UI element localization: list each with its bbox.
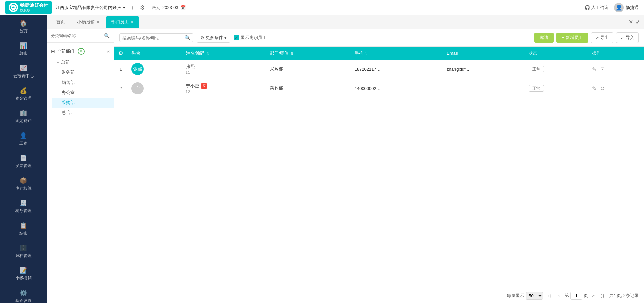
row1-email: zhangxidf... [443, 60, 525, 79]
dept-group-header-hq[interactable]: ▼ 总部 [52, 57, 114, 67]
sidebar-item-home[interactable]: 🏠 首页 [0, 15, 47, 38]
tab-dept-close-icon[interactable]: × [131, 19, 133, 25]
assets-icon: 🏢 [20, 109, 27, 117]
sidebar-item-inventory[interactable]: 📦 库存核算 [0, 173, 47, 195]
sidebar-item-archive[interactable]: 🗄️ 归档管理 [0, 240, 47, 263]
row1-logout-icon[interactable]: ⊡ [600, 66, 605, 72]
per-page-select[interactable]: 10 20 50 100 [526, 292, 543, 300]
avatar-zhangxi: 张熙 [131, 63, 144, 75]
dept-item-sales[interactable]: 销售部 [52, 78, 114, 88]
dept-search-input[interactable] [51, 33, 102, 38]
dept-item-general-hq[interactable]: 总 部 [52, 108, 114, 118]
dept-edit-icon[interactable]: ✎ [78, 48, 85, 55]
avatar-ning: 宁 [131, 82, 144, 94]
export-button[interactable]: ↗ 导出 [591, 32, 613, 43]
row2-code: 12 [186, 90, 262, 94]
dept-search-icon[interactable]: 🔍 [104, 33, 110, 38]
col-action: 操作 [588, 47, 644, 60]
filter-button[interactable]: ⚙ 更多条件 ▾ [197, 33, 230, 43]
dept-item-finance[interactable]: 财务部 [52, 67, 114, 78]
col-settings-icon[interactable]: ⚙ [118, 50, 123, 56]
top-right-area: 🎧 人工咨询 👤 畅捷通 [585, 3, 639, 12]
pagination-bar: 每页显示 10 20 50 100 ⟨⟨ ＜ 第 页 [114, 288, 644, 303]
row2-name-code: 宁小壹 应 12 [186, 83, 262, 94]
sidebar-item-basic-settings[interactable]: ⚙️ 基础设置 [0, 285, 47, 303]
col-avatar: 头像 [127, 47, 182, 60]
dept-search-area: 🔍 [47, 29, 114, 43]
settings-icon[interactable]: ⚙ [140, 4, 145, 11]
col-name[interactable]: 姓名/编码 ⇅ [182, 47, 266, 60]
maximize-window-icon[interactable]: ⤢ [636, 19, 640, 25]
employee-search-icon[interactable]: 🔍 [184, 35, 190, 40]
row2-phone: 140000002… [351, 79, 443, 98]
per-page-area: 每页显示 10 20 50 100 [507, 292, 543, 300]
show-inactive-toggle[interactable]: ✓ 显示离职员工 [234, 35, 267, 41]
sidebar-label-expense: 小畅报销 [15, 275, 32, 281]
col-dept[interactable]: 部门/职位 ⇅ [266, 47, 350, 60]
row1-phone: 187202117… [351, 60, 443, 79]
sidebar-item-invoice[interactable]: 📄 发票管理 [0, 150, 47, 173]
sidebar-item-payroll[interactable]: 👤 工资 [0, 128, 47, 150]
row1-avatar: 张熙 [127, 60, 182, 79]
row1-dept: 采购部 [266, 60, 350, 79]
employee-search-box[interactable]: 🔍 [119, 33, 193, 42]
sidebar-label-ledger: 总账 [19, 51, 28, 56]
invite-button[interactable]: 邀请 [534, 33, 554, 43]
dept-group-root: ▼ 总部 财务部 销售部 办公室 采购部 [47, 57, 114, 118]
user-avatar: 👤 [614, 3, 624, 12]
row1-name-code: 张熙 11 [186, 64, 262, 74]
tab-home[interactable]: 首页 [51, 16, 70, 28]
add-employee-button[interactable]: + 新增员工 [556, 33, 588, 43]
row2-status: 正常 [525, 79, 588, 98]
dept-item-purchasing[interactable]: 采购部 [52, 98, 114, 108]
company-selector[interactable]: 江西服宝精品有限责任公司内账张 ▾ [56, 5, 125, 11]
sidebar-label-home: 首页 [19, 28, 28, 34]
last-page-button[interactable]: ⟩⟩ [599, 292, 607, 300]
sidebar-item-expense[interactable]: 📝 小畅报销 [0, 263, 47, 285]
grid-icon: ⊞ [51, 49, 55, 54]
col-settings[interactable]: ⚙ [114, 47, 127, 60]
sidebar-item-closing[interactable]: 📋 结账 [0, 218, 47, 240]
first-page-button[interactable]: ⟨⟨ [546, 292, 554, 300]
add-company-icon[interactable]: ＋ [129, 4, 136, 12]
help-button[interactable]: 🎧 人工咨询 [585, 5, 609, 11]
row2-edit-icon[interactable]: ✎ [592, 85, 596, 92]
invoice-icon: 📄 [20, 154, 27, 162]
sidebar-item-ledger[interactable]: 📊 总账 [0, 38, 47, 60]
row2-num: 2 [114, 79, 127, 98]
user-area[interactable]: 👤 畅捷通 [614, 3, 639, 12]
dept-item-office[interactable]: 办公室 [52, 88, 114, 98]
show-inactive-checkbox[interactable]: ✓ [234, 35, 239, 40]
tab-expense[interactable]: 小畅报销 × [72, 16, 105, 28]
col-phone[interactable]: 手机 ⇅ [351, 47, 443, 60]
employee-search-input[interactable] [122, 35, 182, 40]
table-row: 2 宁 宁小壹 [114, 79, 644, 98]
logo-area: 畅捷通好会计 旗舰版 [5, 1, 52, 14]
dept-tree: ⊞ 全部部门 ✎ « ▼ 总部 财务部 销 [47, 43, 114, 303]
sidebar-label-reports: 云报表中心 [13, 73, 34, 79]
prev-page-button[interactable]: ＜ [555, 292, 563, 300]
row2-delete-icon[interactable]: ↺ [600, 85, 605, 92]
sidebar-item-reports[interactable]: 📈 云报表中心 [0, 60, 47, 83]
next-page-button[interactable]: ＞ [589, 292, 597, 300]
dept-collapse-icon[interactable]: « [107, 48, 110, 54]
row1-edit-icon[interactable]: ✎ [592, 66, 596, 72]
all-dept-item[interactable]: ⊞ 全部部门 ✎ « [47, 45, 114, 57]
close-window-icon[interactable]: ✕ [629, 19, 633, 25]
sidebar-item-tax[interactable]: 🧾 税务管理 [0, 195, 47, 218]
sidebar-item-assets[interactable]: 🏢 固定资产 [0, 105, 47, 128]
archive-icon: 🗄️ [20, 244, 27, 252]
row2-avatar: 宁 [127, 79, 182, 98]
calendar-icon[interactable]: 📅 [180, 5, 186, 10]
import-icon: ↙ [621, 35, 624, 40]
company-dropdown-icon[interactable]: ▾ [123, 5, 125, 10]
sidebar-item-funds[interactable]: 💰 资金管理 [0, 83, 47, 105]
row1-status: 正常 [525, 60, 588, 79]
basic-settings-icon: ⚙️ [20, 289, 27, 297]
dept-arrow-icon: ▼ [56, 61, 60, 64]
tab-expense-close-icon[interactable]: × [97, 19, 99, 25]
page-number-input[interactable] [570, 292, 582, 300]
import-button[interactable]: ↙ 导入 [616, 32, 639, 43]
tab-dept-label: 部门员工 [111, 19, 129, 25]
tab-dept-employee[interactable]: 部门员工 × [106, 16, 139, 28]
